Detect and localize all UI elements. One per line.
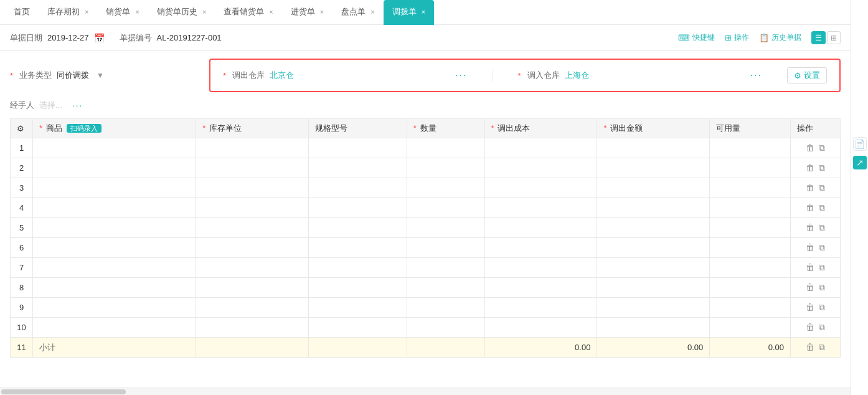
out-wh-more[interactable]: ···	[455, 70, 467, 81]
cell-unit-1[interactable]	[196, 138, 309, 158]
cell-spec-7[interactable]	[309, 258, 407, 278]
delete-icon-1[interactable]: 🗑	[806, 143, 814, 153]
copy-icon-10[interactable]: ⧉	[819, 322, 825, 332]
cell-qty-9[interactable]	[407, 298, 484, 318]
cell-spec-6[interactable]	[309, 238, 407, 258]
cell-spec-8[interactable]	[309, 278, 407, 298]
cell-qty-7[interactable]	[407, 258, 484, 278]
sidebar-export-btn[interactable]: ↗	[853, 156, 867, 169]
copy-icon-5[interactable]: ⧉	[819, 222, 825, 232]
tab-inventory-init[interactable]: 库存期初 ×	[39, 0, 97, 25]
cell-cost-8[interactable]	[484, 278, 597, 298]
cell-available-5[interactable]	[710, 218, 791, 238]
cell-product-8[interactable]	[33, 278, 196, 298]
copy-icon-8[interactable]: ⧉	[819, 282, 825, 292]
copy-icon-7[interactable]: ⧉	[819, 262, 825, 272]
cell-product-5[interactable]	[33, 218, 196, 238]
cell-spec-4[interactable]	[309, 198, 407, 218]
sidebar-doc-btn[interactable]: 📄	[853, 137, 867, 151]
cell-spec-3[interactable]	[309, 178, 407, 198]
tab-close-sales-history[interactable]: ×	[202, 8, 206, 16]
cell-available-9[interactable]	[710, 298, 791, 318]
in-wh-value[interactable]: 上海仓	[565, 70, 589, 81]
cell-unit-5[interactable]	[196, 218, 309, 238]
cell-cost-7[interactable]	[484, 258, 597, 278]
cell-cost-6[interactable]	[484, 238, 597, 258]
tab-home[interactable]: 首页	[5, 0, 39, 25]
cell-cost-9[interactable]	[484, 298, 597, 318]
business-type-value[interactable]: 同价调拨	[57, 70, 89, 81]
cell-qty-1[interactable]	[407, 138, 484, 158]
delete-icon-11[interactable]: 🗑	[806, 342, 814, 352]
cell-product-2[interactable]	[33, 158, 196, 178]
cell-product-4[interactable]	[33, 198, 196, 218]
cell-cost-5[interactable]	[484, 218, 597, 238]
cell-amount-6[interactable]	[597, 238, 710, 258]
delete-icon-5[interactable]: 🗑	[806, 222, 814, 232]
delete-icon-4[interactable]: 🗑	[806, 202, 814, 212]
cell-available-3[interactable]	[710, 178, 791, 198]
tab-close-inventory-check[interactable]: ×	[370, 8, 374, 16]
cell-unit-4[interactable]	[196, 198, 309, 218]
cell-product-10[interactable]	[33, 318, 196, 338]
copy-icon-4[interactable]: ⧉	[819, 202, 825, 212]
cell-unit-2[interactable]	[196, 158, 309, 178]
cell-spec-5[interactable]	[309, 218, 407, 238]
cell-available-8[interactable]	[710, 278, 791, 298]
cell-qty-2[interactable]	[407, 158, 484, 178]
col-gear[interactable]: ⚙	[11, 119, 33, 138]
delete-icon-3[interactable]: 🗑	[806, 183, 814, 193]
cell-amount-3[interactable]	[597, 178, 710, 198]
handler-placeholder[interactable]: 选择...	[39, 100, 62, 111]
tab-close-transfer[interactable]: ×	[422, 8, 425, 16]
cell-spec-2[interactable]	[309, 158, 407, 178]
shortcuts-btn[interactable]: ⌨ 快捷键	[678, 32, 715, 43]
cell-amount-9[interactable]	[597, 298, 710, 318]
cell-unit-6[interactable]	[196, 238, 309, 258]
cell-unit-10[interactable]	[196, 318, 309, 338]
cell-qty-6[interactable]	[407, 238, 484, 258]
cell-product-7[interactable]	[33, 258, 196, 278]
cell-product-1[interactable]	[33, 138, 196, 158]
business-type-dropdown[interactable]: ▼	[97, 71, 104, 80]
copy-icon-6[interactable]: ⧉	[819, 242, 825, 252]
cell-available-7[interactable]	[710, 258, 791, 278]
cell-amount-2[interactable]	[597, 158, 710, 178]
settings-button[interactable]: ⚙ 设置	[787, 67, 827, 83]
cell-qty-8[interactable]	[407, 278, 484, 298]
cell-cost-1[interactable]	[484, 138, 597, 158]
cell-cost-10[interactable]	[484, 318, 597, 338]
cell-amount-1[interactable]	[597, 138, 710, 158]
view-toggle-grid[interactable]: ⊞	[827, 31, 841, 44]
tab-inventory-check[interactable]: 盘点单 ×	[333, 0, 383, 25]
cell-amount-5[interactable]	[597, 218, 710, 238]
cell-product-3[interactable]	[33, 178, 196, 198]
tab-close-inventory-init[interactable]: ×	[85, 8, 88, 16]
cell-qty-4[interactable]	[407, 198, 484, 218]
copy-icon-1[interactable]: ⧉	[819, 143, 825, 153]
cell-product-6[interactable]	[33, 238, 196, 258]
cell-qty-3[interactable]	[407, 178, 484, 198]
tab-sales-history[interactable]: 销货单历史 ×	[148, 0, 215, 25]
cell-unit-9[interactable]	[196, 298, 309, 318]
calendar-icon[interactable]: 📅	[94, 33, 105, 43]
delete-icon-6[interactable]: 🗑	[806, 242, 814, 252]
cell-unit-8[interactable]	[196, 278, 309, 298]
tab-purchase[interactable]: 进货单 ×	[282, 0, 333, 25]
copy-icon-11[interactable]: ⧉	[819, 342, 825, 352]
copy-icon-2[interactable]: ⧉	[819, 163, 825, 173]
delete-icon-9[interactable]: 🗑	[806, 302, 814, 312]
view-toggle-list[interactable]: ☰	[811, 31, 826, 44]
tab-close-purchase[interactable]: ×	[320, 8, 324, 16]
tab-transfer[interactable]: 调拨单 ×	[384, 0, 434, 25]
cell-product-9[interactable]	[33, 298, 196, 318]
out-wh-value[interactable]: 北京仓	[270, 70, 294, 81]
scroll-thumb[interactable]	[1, 389, 126, 394]
cell-cost-4[interactable]	[484, 198, 597, 218]
cell-qty-10[interactable]	[407, 318, 484, 338]
operations-btn[interactable]: ⊞ 操作	[725, 32, 749, 43]
bottom-scrollbar[interactable]	[0, 388, 851, 395]
delete-icon-2[interactable]: 🗑	[806, 163, 814, 173]
cell-available-6[interactable]	[710, 238, 791, 258]
cell-qty-5[interactable]	[407, 218, 484, 238]
